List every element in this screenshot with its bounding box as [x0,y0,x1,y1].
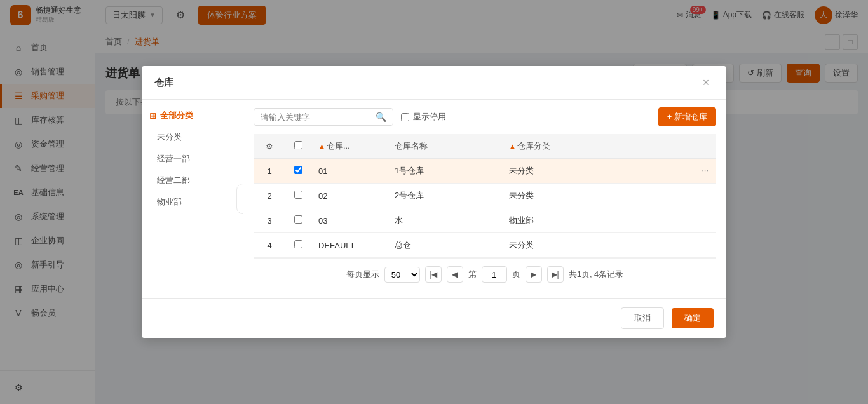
row-checkbox[interactable] [294,240,302,248]
warehouse-table: ⚙ ▲仓库... 仓库名称 ▲仓库分类 [254,134,716,258]
modal-title: 仓库 [154,77,173,89]
category-grid-icon: ⊞ [149,111,156,121]
search-box: 🔍 [254,108,393,126]
category-item-ops1[interactable]: 经营一部 [142,148,243,170]
cancel-button[interactable]: 取消 [621,307,664,329]
modal-header: 仓库 × [142,66,726,100]
row-category: 未分类 ··· [501,159,716,184]
page-number-input[interactable] [482,266,507,283]
row-checkbox[interactable] [294,166,302,174]
modal-body: ⊞ 全部分类 《 未分类 经营一部 经营二部 物业部 🔍 [142,100,726,298]
sort-icon-cat: ▲ [509,142,516,150]
row-checkbox[interactable] [294,215,302,224]
category-sidebar: ⊞ 全部分类 《 未分类 经营一部 经营二部 物业部 [142,100,243,298]
col-code-header: ▲仓库... [311,134,387,159]
category-header-label: 全部分类 [160,110,193,121]
modal-close-button[interactable]: × [698,75,714,90]
select-all-checkbox[interactable] [294,141,302,149]
sort-icon-code: ▲ [318,142,325,150]
row-checkbox-cell[interactable] [285,184,311,208]
table-settings-icon[interactable]: ⚙ [266,142,273,151]
col-name-header: 仓库名称 [387,134,501,159]
row-index: 3 [254,208,285,233]
first-page-btn[interactable]: |◀ [425,266,442,283]
table-row[interactable]: 4 DEFAULT 总仓 未分类 [254,233,716,258]
new-warehouse-button[interactable]: + 新增仓库 [658,107,716,126]
prev-page-btn[interactable]: ◀ [447,266,463,283]
table-row[interactable]: 3 03 水 物业部 [254,208,716,233]
page-unit: 页 [512,269,520,280]
row-code: 02 [311,184,387,208]
warehouse-modal: 仓库 × ⊞ 全部分类 《 未分类 经营一部 经营二部 物业部 [142,66,726,338]
search-icon: 🔍 [376,112,386,122]
col-settings-icon: ⚙ [254,134,285,159]
pagination-bar: 每页显示 50 20 100 |◀ ◀ 第 页 ▶ ▶| 共1页, 4条记录 [254,258,716,290]
row-code: 01 [311,159,387,184]
col-checkbox-header [285,134,311,159]
row-category: 物业部 [501,208,716,233]
category-item-unclassified[interactable]: 未分类 [142,126,243,148]
show-disabled-checkbox[interactable] [401,113,409,121]
row-index: 4 [254,233,285,258]
show-disabled-text: 显示停用 [413,111,446,123]
per-page-label: 每页显示 [346,269,379,280]
row-category: 未分类 [501,184,716,208]
table-row[interactable]: 2 02 2号仓库 未分类 [254,184,716,208]
row-name: 总仓 [387,233,501,258]
table-toolbar: 🔍 显示停用 + 新增仓库 [254,107,716,126]
row-name: 2号仓库 [387,184,501,208]
table-header-row: ⚙ ▲仓库... 仓库名称 ▲仓库分类 [254,134,716,159]
show-disabled-label[interactable]: 显示停用 [401,111,446,123]
row-index: 1 [254,159,285,184]
row-checkbox[interactable] [294,191,302,199]
row-actions-icon[interactable]: ··· [702,165,709,175]
confirm-button[interactable]: 确定 [672,308,714,328]
category-header[interactable]: ⊞ 全部分类 [142,105,243,126]
page-size-select[interactable]: 50 20 100 [384,267,420,283]
table-area: 🔍 显示停用 + 新增仓库 ⚙ [243,100,726,298]
warehouse-data-table: ⚙ ▲仓库... 仓库名称 ▲仓库分类 [254,134,716,258]
row-name: 水 [387,208,501,233]
modal-overlay: 仓库 × ⊞ 全部分类 《 未分类 经营一部 经营二部 物业部 [0,0,868,404]
page-total-info: 共1页, 4条记录 [569,269,624,280]
row-index: 2 [254,184,285,208]
row-checkbox-cell[interactable] [285,159,311,184]
last-page-btn[interactable]: ▶| [547,266,564,283]
col-category-header: ▲仓库分类 [501,134,716,159]
category-collapse-btn[interactable]: 《 [236,184,243,214]
row-code: 03 [311,208,387,233]
category-item-ops2[interactable]: 经营二部 [142,170,243,191]
page-label: 第 [468,269,477,280]
category-item-property[interactable]: 物业部 [142,191,243,213]
chevron-left-icon: 《 [240,194,243,203]
table-row[interactable]: 1 01 1号仓库 未分类 ··· [254,159,716,184]
search-input[interactable] [261,112,376,122]
row-name: 1号仓库 [387,159,501,184]
row-checkbox-cell[interactable] [285,208,311,233]
row-checkbox-cell[interactable] [285,233,311,258]
row-category: 未分类 [501,233,716,258]
next-page-btn[interactable]: ▶ [526,266,542,283]
modal-footer: 取消 确定 [142,298,726,338]
row-code: DEFAULT [311,233,387,258]
